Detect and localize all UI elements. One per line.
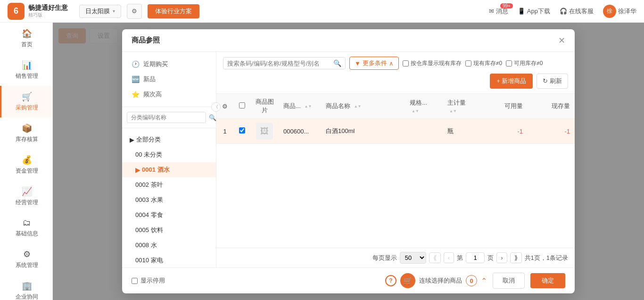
cancel-button[interactable]: 取消 (493, 273, 525, 289)
quick-link-frequent-label: 频次高 (143, 90, 162, 99)
row-checkbox[interactable] (239, 127, 245, 133)
store-selector[interactable]: 日太阳膜 ▾ (79, 5, 121, 18)
disabled-check[interactable] (132, 278, 138, 284)
filter-icon: ▼ (355, 60, 361, 67)
show-disabled-checkbox[interactable]: 显示停用 (132, 276, 165, 285)
row-img-cell: 🖼 (250, 119, 279, 144)
total-info: 共1页，1条记录 (525, 254, 568, 262)
category-0005[interactable]: 0005 饮料 (122, 223, 216, 238)
finance-icon: 💰 (22, 155, 32, 165)
filter-check-3[interactable]: 可用库存≠0 (506, 59, 543, 67)
confirm-button[interactable]: 确定 (530, 273, 565, 288)
sidebar-item-basic[interactable]: 🗂 基础信息 (0, 212, 52, 243)
online-service-item[interactable]: 🎧 在线客服 (560, 7, 594, 16)
table-row[interactable]: 1 🖼 000600... 白酒100ml (216, 119, 575, 144)
category-search-input[interactable] (127, 112, 206, 123)
filter-actions: + 新增商品 ↻ 刷新 (490, 74, 568, 89)
check-available-stock[interactable] (506, 60, 512, 67)
inventory-icon: 📦 (22, 123, 32, 133)
col-header-unit[interactable]: 主计量 ▲▼ (443, 94, 480, 119)
add-goods-button[interactable]: + 新增商品 (490, 74, 533, 89)
collapse-panel-button[interactable]: 《 (211, 102, 221, 112)
col-header-stock: 现存量 (528, 94, 575, 119)
col-header-check[interactable] (233, 94, 250, 119)
goods-search-input[interactable] (227, 60, 333, 67)
col-header-code[interactable]: 商品... ▲▼ (279, 94, 321, 119)
row-name-cell: 白酒100ml (321, 119, 405, 144)
message-icon: ✉ (489, 8, 494, 15)
sidebar-item-enterprise[interactable]: 🏢 企业协同 (0, 275, 52, 300)
category-search-area: 🔍 (122, 107, 216, 128)
page-size-select[interactable]: 10 20 50 100 (400, 252, 426, 264)
sidebar-label-enterprise: 企业协同 (16, 293, 38, 300)
last-page-button[interactable]: ⟫ (510, 252, 522, 263)
goods-table: ⚙ 商品图片 商品... ▲▼ (216, 94, 575, 144)
next-page-button[interactable]: › (496, 252, 507, 263)
category-all[interactable]: ▶ 全部分类 (122, 132, 216, 147)
avatar: 徐 (603, 5, 616, 18)
quick-link-recent-label: 近期购买 (143, 60, 168, 68)
category-0010[interactable]: 0010 家电 (122, 253, 216, 267)
system-icon: ⚙ (23, 249, 31, 259)
col-header-spec[interactable]: 规格... ▲▼ (405, 94, 443, 119)
quick-links: 🕐 近期购买 🆕 新品 ⭐ 频次高 (122, 52, 216, 107)
category-0001[interactable]: ▶ 0001 酒水 (122, 162, 216, 177)
content-area: 查询 设置 刷新 商品参照 ✕ 🕐 (53, 23, 644, 300)
quick-link-frequent[interactable]: ⭐ 频次高 (127, 87, 211, 102)
quick-link-recent[interactable]: 🕐 近期购买 (127, 57, 211, 72)
category-00[interactable]: 00 未分类 (122, 147, 216, 162)
sidebar-item-purchase[interactable]: 🛒 采购管理 (0, 86, 52, 117)
trial-button[interactable]: 体验行业方案 (148, 4, 199, 18)
more-filters-button[interactable]: ▼ 更多条件 ∧ (349, 57, 399, 70)
modal-header: 商品参照 ✕ (122, 29, 575, 52)
star-icon: ⭐ (132, 91, 140, 98)
category-0002[interactable]: 0002 茶叶 (122, 177, 216, 192)
refresh-button[interactable]: ↻ 刷新 (537, 74, 568, 89)
headset-icon: 🎧 (560, 8, 567, 15)
sidebar-item-sales[interactable]: 📊 销售管理 (0, 54, 52, 86)
row-num: 1 (216, 119, 233, 144)
quick-link-new[interactable]: 🆕 新品 (127, 72, 211, 87)
select-all-checkbox[interactable] (239, 102, 245, 108)
collapse-icon[interactable]: ⌃ (481, 276, 487, 285)
row-spec-cell (405, 119, 443, 144)
filter-check-1[interactable]: 按仓库显示现有库存 (403, 59, 462, 67)
page-number-input[interactable] (466, 252, 485, 263)
continuous-label: 连续选择的商品 (419, 276, 462, 285)
sidebar-item-finance[interactable]: 💰 资金管理 (0, 149, 52, 181)
col-header-name[interactable]: 商品名称 ▲▼ (321, 94, 405, 119)
continuous-select-area: ? 🛒 连续选择的商品 0 ⌃ (385, 273, 487, 288)
row-check-cell[interactable] (233, 119, 250, 144)
sidebar-item-inventory[interactable]: 📦 库存核算 (0, 117, 52, 149)
sidebar: 🏠 首页 📊 销售管理 🛒 采购管理 📦 库存核算 💰 资金管理 📈 经营管理 … (0, 23, 53, 300)
row-avail-cell: -1 (480, 119, 528, 144)
gear-button[interactable]: ⚙ (127, 4, 142, 19)
arrow-active-icon: ▶ (135, 167, 140, 174)
first-page-button[interactable]: ⟪ (429, 252, 441, 263)
category-0008[interactable]: 0008 水 (122, 238, 216, 253)
user-item[interactable]: 徐 徐泽华 (603, 5, 636, 18)
show-disabled-label: 显示停用 (140, 276, 165, 285)
category-0003[interactable]: 0003 水果 (122, 192, 216, 208)
arrow-right-icon: ▶ (130, 136, 134, 143)
sidebar-label-home: 首页 (21, 41, 33, 49)
modal-close-button[interactable]: ✕ (558, 36, 565, 45)
app-logo: 6 (8, 3, 25, 20)
sidebar-item-system[interactable]: ⚙ 系统管理 (0, 243, 52, 275)
filter-check-2[interactable]: 现有库存≠0 (465, 59, 502, 67)
category-0004[interactable]: 0004 零食 (122, 208, 216, 223)
sales-icon: 📊 (22, 60, 32, 70)
filter-bar: 🔍 ▼ 更多条件 ∧ 按仓库显示现有库存 (216, 52, 575, 94)
help-icon[interactable]: ? (385, 275, 396, 286)
app-download-item[interactable]: 📱 App下载 (518, 7, 550, 16)
right-panel: 🔍 ▼ 更多条件 ∧ 按仓库显示现有库存 (216, 52, 575, 267)
search-icon[interactable]: 🔍 (333, 59, 341, 67)
sidebar-item-home[interactable]: 🏠 首页 (0, 23, 52, 54)
check-warehouse-stock[interactable] (403, 60, 409, 67)
prev-page-button[interactable]: ‹ (444, 252, 454, 263)
sidebar-item-operations[interactable]: 📈 经营管理 (0, 181, 52, 212)
message-item[interactable]: ✉ 消息 99+ (489, 7, 508, 16)
category-search-icon[interactable]: 🔍 (209, 114, 216, 121)
cart-button[interactable]: 🛒 (400, 273, 415, 288)
check-current-stock[interactable] (465, 60, 471, 67)
